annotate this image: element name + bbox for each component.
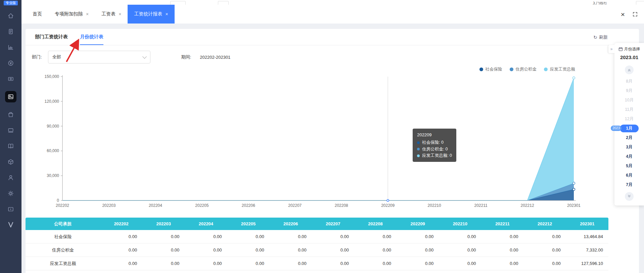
- tab-close-icon[interactable]: ×: [119, 11, 121, 17]
- tab-close-icon[interactable]: ×: [86, 11, 89, 17]
- salary-report-icon[interactable]: [5, 91, 16, 102]
- tab-department-salary-report[interactable]: 部门工资统计表: [35, 29, 68, 45]
- month-item[interactable]: 2月: [620, 134, 639, 142]
- reports-icon[interactable]: [7, 44, 14, 51]
- contacts-icon[interactable]: [7, 174, 14, 181]
- guide-link[interactable]: 入门指引: [592, 1, 607, 5]
- value-cell: 0.00: [312, 243, 354, 257]
- value-cell: 13,464.84: [566, 230, 608, 243]
- value-cell: 0.00: [397, 257, 439, 270]
- voucher-icon[interactable]: [7, 28, 14, 35]
- partial-header-control[interactable]: [636, 1, 644, 5]
- month-item[interactable]: 6月: [620, 172, 639, 179]
- tab-close-icon[interactable]: ×: [165, 11, 168, 17]
- value-cell: 148,392.94: [566, 270, 608, 273]
- month-panel-title: 月份选择: [624, 46, 640, 52]
- chevron-down-icon: [142, 54, 147, 59]
- refresh-icon: ↻: [593, 35, 597, 40]
- table-header-month: 202206: [270, 218, 312, 230]
- value-cell: 0.00: [354, 230, 397, 243]
- settings-icon[interactable]: [7, 190, 14, 197]
- month-item[interactable]: 3月: [620, 143, 639, 151]
- legend-item[interactable]: 社会保险: [479, 66, 502, 72]
- month-selector-panel: » 月份选择 2023.01 8月9月10月11月12月1月20232月3月4月…: [614, 43, 644, 206]
- refresh-label: 刷新: [599, 34, 608, 40]
- month-item[interactable]: 5月: [620, 162, 639, 170]
- month-item[interactable]: 7月: [620, 181, 639, 189]
- month-label: 10月: [625, 98, 634, 102]
- month-item[interactable]: 12月: [620, 115, 639, 123]
- refresh-button[interactable]: ↻ 刷新: [593, 34, 608, 40]
- home-icon[interactable]: [7, 12, 14, 19]
- inventory-icon[interactable]: [7, 158, 14, 166]
- goods-icon[interactable]: [7, 111, 14, 118]
- legend-label: 住房公积金: [516, 66, 537, 72]
- table-header-company: 公司承担: [26, 218, 100, 230]
- month-label: 3月: [626, 145, 632, 149]
- value-cell: 0.00: [524, 243, 566, 257]
- month-item[interactable]: 10月: [620, 96, 639, 104]
- scroll-down-icon[interactable]: [625, 192, 634, 201]
- legend-label: 应发工资总额: [550, 66, 575, 72]
- svg-text:202211: 202211: [474, 203, 488, 208]
- value-cell: 0.00: [481, 243, 523, 257]
- assets-icon[interactable]: [7, 127, 14, 134]
- window-tab-4[interactable]: 工资统计报表×: [128, 5, 174, 24]
- value-cell: 0.00: [142, 257, 185, 270]
- report-subtab-row: 部门工资统计表 月份统计表: [26, 29, 639, 45]
- close-icon[interactable]: ×: [621, 11, 625, 18]
- books-icon[interactable]: [7, 142, 14, 150]
- window-tab-3[interactable]: 工资表×: [95, 5, 128, 24]
- legend-item[interactable]: 应发工资总额: [544, 66, 575, 72]
- value-cell: 0.00: [185, 243, 227, 257]
- legend-item[interactable]: 住房公积金: [510, 66, 537, 72]
- salary-table-wrap: 公司承担202202202203202204202205202206202207…: [26, 218, 608, 273]
- funds-icon[interactable]: [7, 59, 14, 67]
- tab-month-statistics[interactable]: 月份统计表: [80, 29, 103, 45]
- value-cell: 0.00: [100, 243, 142, 257]
- month-panel-header: 月份选择: [618, 46, 640, 52]
- value-cell: 0.00: [481, 230, 523, 243]
- month-item[interactable]: 4月: [620, 153, 639, 161]
- month-item[interactable]: 11月: [620, 106, 639, 113]
- month-item[interactable]: 8月: [620, 78, 639, 85]
- edition-badge: 专业版: [4, 1, 18, 5]
- month-item[interactable]: 1月2023: [620, 125, 639, 132]
- department-select-value: 全部: [52, 54, 61, 60]
- svg-text:202204: 202204: [149, 203, 162, 208]
- row-label-cell: 住房公积金: [26, 243, 100, 257]
- scroll-up-icon[interactable]: [625, 65, 634, 74]
- svg-text:60,000: 60,000: [47, 148, 59, 153]
- value-cell: 0.00: [227, 230, 269, 243]
- window-tabbar: 首页专项附加扣除×工资表×工资统计报表× ×: [21, 5, 644, 24]
- month-label: 9月: [626, 88, 632, 93]
- row-label: 住房公积金: [52, 247, 74, 253]
- window-tab-1[interactable]: 首页: [26, 5, 48, 24]
- collapse-panel-icon[interactable]: »: [608, 45, 614, 53]
- value-cell: 0.00: [270, 270, 312, 273]
- value-cell: 0.00: [524, 230, 566, 243]
- partial-header-control[interactable]: [170, 1, 186, 5]
- month-label: 1月: [626, 126, 632, 131]
- month-label: 4月: [626, 154, 632, 159]
- value-cell: 0.00: [439, 243, 481, 257]
- brand-v-logo: [7, 221, 14, 229]
- row-label-cell: 应发工资总额: [26, 257, 100, 270]
- svg-text:30,000: 30,000: [47, 173, 59, 178]
- svg-text:202208: 202208: [335, 203, 348, 208]
- month-item[interactable]: 9月: [620, 87, 639, 95]
- value-cell: 0.00: [100, 257, 142, 270]
- partial-header-control[interactable]: [218, 1, 229, 5]
- svg-text:90,000: 90,000: [47, 124, 59, 129]
- partial-top-header: 入门指引: [21, 0, 644, 5]
- value-cell: 0.00: [397, 230, 439, 243]
- window-tab-2[interactable]: 专项附加扣除×: [48, 5, 95, 24]
- window-tab-label: 首页: [33, 11, 42, 17]
- table-header-month: 202205: [227, 218, 269, 230]
- department-select[interactable]: 全部: [48, 51, 150, 63]
- chart-legend: 社会保险住房公积金应发工资总额: [479, 66, 576, 72]
- value-cell: 0.00: [185, 270, 227, 273]
- invoice-icon[interactable]: [7, 75, 14, 83]
- tutorial-icon[interactable]: [7, 206, 14, 213]
- fullscreen-icon[interactable]: [632, 11, 638, 17]
